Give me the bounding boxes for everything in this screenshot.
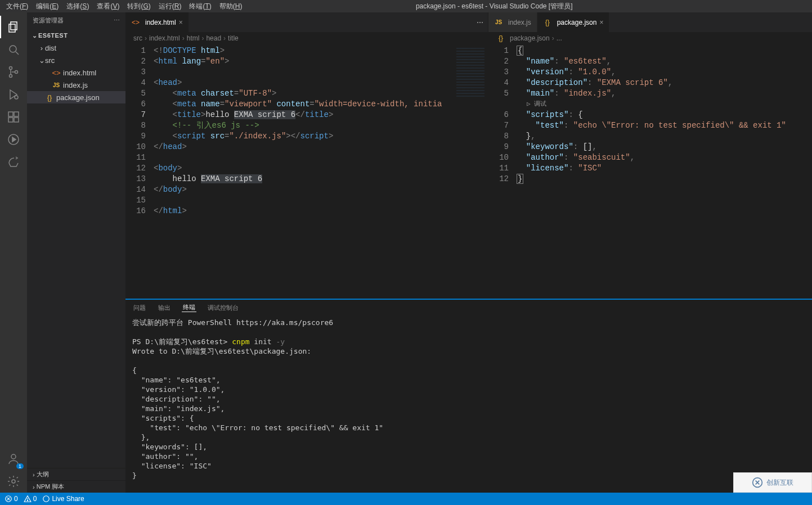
menu-s[interactable]: 选择(S) xyxy=(62,0,93,12)
svg-line-3 xyxy=(16,52,19,55)
settings-gear-icon[interactable] xyxy=(0,470,27,493)
window-title: package.json - es6test - Visual Studio C… xyxy=(246,2,742,11)
menubar-items: 文件(F)编辑(E)选择(S)查看(V)转到(G)运行(R)终端(T)帮助(H) xyxy=(2,0,246,12)
svg-point-21 xyxy=(27,500,28,501)
editor-left[interactable]: 12345678910111213141516 <!DOCTYPE html><… xyxy=(125,44,488,299)
account-icon[interactable]: 1 xyxy=(0,448,27,470)
tab-index-js[interactable]: JS index.js xyxy=(488,12,537,32)
close-icon[interactable]: × xyxy=(599,19,603,26)
svg-rect-0 xyxy=(11,22,17,30)
tree-folder-src[interactable]: ⌄src xyxy=(27,54,125,66)
panel-tab-1[interactable]: 输出 xyxy=(157,304,172,312)
json-file-icon: {} xyxy=(45,93,54,102)
breadcrumb-seg[interactable]: src xyxy=(133,34,142,42)
editor-more-icon[interactable]: ⋯ xyxy=(477,19,483,26)
svg-rect-9 xyxy=(8,112,13,116)
breadcrumb-seg[interactable]: head xyxy=(206,34,221,42)
sidebar: 资源管理器 ⋯ ⌄ES6TEST ›dist⌄src<>index.htmlJS… xyxy=(27,12,125,493)
menu-h[interactable]: 帮助(H) xyxy=(216,0,246,12)
panel-tab-3[interactable]: 调试控制台 xyxy=(207,304,240,312)
status-errors[interactable]: 0 xyxy=(5,495,18,503)
tree-file-index-html[interactable]: <>index.html xyxy=(27,66,125,79)
tab-package-json[interactable]: {} package.json × xyxy=(537,12,610,32)
svg-rect-1 xyxy=(9,24,15,32)
tree-items: ›dist⌄src<>index.htmlJSindex.js{}package… xyxy=(27,42,125,103)
svg-point-22 xyxy=(43,496,50,502)
tab-index-html[interactable]: <> index.html × xyxy=(125,12,189,32)
search-icon[interactable] xyxy=(0,38,27,61)
svg-marker-14 xyxy=(12,137,16,142)
svg-rect-11 xyxy=(8,118,13,122)
run-debug-icon[interactable] xyxy=(0,83,27,106)
editor-group-left: <> index.html × ⋯ src›index.html›html›he… xyxy=(125,12,488,299)
share-icon[interactable] xyxy=(0,151,27,173)
panel-tabs: 问题输出终端调试控制台 xyxy=(125,300,812,315)
svg-point-2 xyxy=(10,46,16,52)
sidebar-more-icon[interactable]: ⋯ xyxy=(114,17,120,24)
svg-rect-12 xyxy=(14,118,19,122)
sidebar-title: 资源管理器 xyxy=(33,16,64,25)
html-file-icon: <> xyxy=(131,18,140,27)
menu-t[interactable]: 终端(T) xyxy=(185,0,215,12)
breadcrumb-seg[interactable]: html xyxy=(187,34,200,42)
tabs-right: JS index.js {} package.json × xyxy=(488,12,812,32)
menu-e[interactable]: 编辑(E) xyxy=(32,0,62,12)
sidebar-section-outline[interactable]: › 大纲 xyxy=(27,468,125,480)
svg-point-15 xyxy=(11,454,16,459)
watermark: 创新互联 xyxy=(733,472,812,493)
svg-marker-7 xyxy=(10,90,17,99)
statusbar: 0 0 Live Share xyxy=(0,493,812,505)
breadcrumb-left[interactable]: src›index.html›html›head›title xyxy=(125,32,488,44)
minimap[interactable] xyxy=(454,44,488,299)
panel-tab-2[interactable]: 终端 xyxy=(182,303,196,312)
svg-point-16 xyxy=(12,480,15,483)
tree-file-package-json[interactable]: {}package.json xyxy=(27,91,125,103)
svg-point-6 xyxy=(15,71,18,74)
editor-group-right: JS index.js {} package.json × {} package… xyxy=(488,12,812,299)
tree-folder-dist[interactable]: ›dist xyxy=(27,42,125,54)
breadcrumb-seg[interactable]: index.html xyxy=(149,34,180,42)
codelens-debug[interactable]: ▷ 调试 xyxy=(517,99,812,110)
svg-rect-10 xyxy=(14,112,19,116)
menu-v[interactable]: 查看(V) xyxy=(93,0,123,12)
status-liveshare[interactable]: Live Share xyxy=(42,495,84,503)
panel: 问题输出终端调试控制台 尝试新的跨平台 PowerShell https://a… xyxy=(125,299,812,493)
json-file-icon: {} xyxy=(496,34,505,43)
breadcrumb-right[interactable]: {} package.json › ... xyxy=(488,32,812,44)
svg-point-5 xyxy=(10,75,12,78)
panel-tab-0[interactable]: 问题 xyxy=(132,304,147,312)
svg-point-8 xyxy=(15,96,18,99)
extensions-icon[interactable] xyxy=(0,106,27,128)
status-warnings[interactable]: 0 xyxy=(24,495,37,503)
source-control-icon[interactable] xyxy=(0,61,27,83)
js-file-icon: JS xyxy=(494,18,503,27)
menu-g[interactable]: 转到(G) xyxy=(123,0,154,12)
files-icon[interactable] xyxy=(0,16,27,38)
editor-right[interactable]: 12345 6789101112 { "name": "es6test", "v… xyxy=(488,44,812,299)
html-file-icon: <> xyxy=(52,68,61,77)
menu-f[interactable]: 文件(F) xyxy=(2,0,32,12)
tree-project-root[interactable]: ⌄ES6TEST xyxy=(27,29,125,42)
js-file-icon: JS xyxy=(52,80,61,89)
account-badge: 1 xyxy=(16,463,24,469)
svg-point-4 xyxy=(10,67,12,70)
play-icon[interactable] xyxy=(0,128,27,151)
menu-r[interactable]: 运行(R) xyxy=(155,0,186,12)
json-file-icon: {} xyxy=(543,18,552,27)
file-tree: ⌄ES6TEST ›dist⌄src<>index.htmlJSindex.js… xyxy=(27,28,125,468)
menubar: 文件(F)编辑(E)选择(S)查看(V)转到(G)运行(R)终端(T)帮助(H)… xyxy=(0,0,812,12)
sidebar-section-npm[interactable]: › NPM 脚本 xyxy=(27,480,125,493)
activity-bar: 1 xyxy=(0,12,27,493)
tabs-left: <> index.html × ⋯ xyxy=(125,12,488,32)
terminal[interactable]: 尝试新的跨平台 PowerShell https://aka.ms/pscore… xyxy=(125,315,812,493)
close-icon[interactable]: × xyxy=(179,19,183,26)
tree-file-index-js[interactable]: JSindex.js xyxy=(27,79,125,91)
breadcrumb-seg[interactable]: title xyxy=(228,34,239,42)
